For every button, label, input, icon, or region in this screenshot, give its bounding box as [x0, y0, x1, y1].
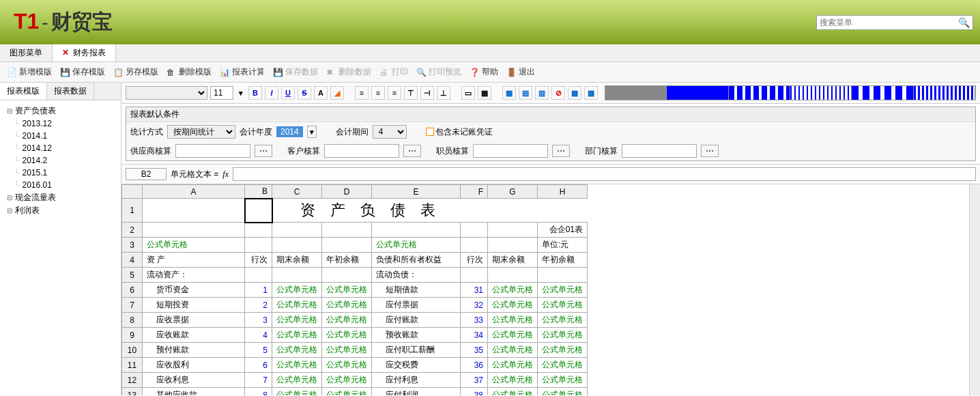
tree-node[interactable]: 利润表 — [4, 204, 117, 217]
conditions-title: 报表默认条件 — [126, 107, 975, 122]
grid1-button[interactable]: ▦ — [502, 86, 516, 100]
grid6-button[interactable]: ▦ — [584, 86, 598, 100]
col-header[interactable]: C — [272, 185, 322, 199]
fill-color-button[interactable]: ◢ — [330, 86, 344, 100]
checkbox-icon — [426, 128, 434, 136]
col-header[interactable]: D — [322, 185, 372, 199]
app-header: T1 - 财贸宝 🔍 — [0, 0, 980, 44]
toolbar-deldata: ✖删除数据 — [326, 66, 371, 78]
italic-button[interactable]: I — [265, 86, 278, 100]
col-header[interactable]: B — [245, 185, 272, 199]
print-icon: 🖨 — [379, 68, 389, 77]
grid2-button[interactable]: ▤ — [519, 86, 532, 100]
exit-icon: 🚪 — [506, 68, 516, 77]
grid5-button[interactable]: ▦ — [568, 86, 581, 100]
tree-child[interactable]: 2014.2 — [4, 154, 117, 167]
underline-button[interactable]: U — [281, 86, 295, 100]
toolbar-print: 🖨打印 — [379, 66, 408, 78]
dept-browse[interactable]: ⋯ — [701, 145, 719, 157]
align-bottom-button[interactable]: ⊥ — [437, 86, 450, 100]
employee-browse[interactable]: ⋯ — [552, 145, 570, 157]
delete-icon: 🗑 — [167, 68, 176, 77]
col-header[interactable]: A — [143, 185, 245, 199]
toolbar-plus[interactable]: 📄新增模版 — [7, 66, 52, 78]
toolbar-calc[interactable]: 📊报表计算 — [220, 66, 265, 78]
supplier-label: 供应商核算 — [130, 145, 171, 157]
fx-icon[interactable]: fx — [222, 169, 229, 180]
sidebar-tab-data[interactable]: 报表数据 — [47, 83, 94, 100]
font-size-spinner[interactable]: ▾ — [236, 86, 246, 100]
toolbar-save[interactable]: 💾保存模版 — [60, 66, 105, 78]
font-size-input[interactable] — [210, 86, 233, 100]
align-middle-button[interactable]: ⊣ — [420, 86, 434, 100]
align-right-button[interactable]: ≡ — [388, 86, 401, 100]
employee-label: 职员核算 — [436, 145, 469, 157]
deldata-icon: ✖ — [326, 68, 336, 77]
year-label: 会计年度 — [240, 126, 272, 138]
tab-financial-report[interactable]: ✕财务报表 — [53, 44, 116, 61]
report-tree: 资产负债表2013.122014.12014.122014.22015.1201… — [0, 100, 121, 221]
tree-child[interactable]: 2013.12 — [4, 117, 117, 130]
align-center-button[interactable]: ≡ — [371, 86, 385, 100]
col-header[interactable]: F — [461, 185, 488, 199]
customer-label: 客户核算 — [287, 145, 320, 157]
font-family-select[interactable] — [126, 86, 207, 100]
tree-child[interactable]: 2016.01 — [4, 179, 117, 191]
close-icon[interactable]: ✕ — [62, 48, 69, 57]
align-top-button[interactable]: ⊤ — [404, 86, 418, 100]
bold-button[interactable]: B — [248, 86, 262, 100]
help-icon: ❓ — [470, 68, 479, 77]
vertical-scrollbar[interactable] — [969, 184, 980, 395]
sidebar-tab-template[interactable]: 报表模版 — [0, 83, 47, 100]
search-box[interactable]: 🔍 — [816, 15, 973, 30]
dept-input[interactable] — [622, 144, 697, 158]
tree-child[interactable]: 2014.12 — [4, 142, 117, 154]
supplier-browse[interactable]: ⋯ — [255, 145, 272, 157]
sidebar-tabs: 报表模版 报表数据 — [0, 83, 121, 100]
search-input[interactable] — [820, 18, 958, 27]
strike-button[interactable]: S — [298, 86, 311, 100]
toolbar-saveas[interactable]: 📋另存模版 — [113, 66, 158, 78]
merge-button[interactable]: ▭ — [461, 86, 475, 100]
cell-reference[interactable]: B2 — [126, 168, 167, 180]
pattern-strip[interactable] — [605, 85, 976, 100]
border-button[interactable]: ▦ — [478, 86, 491, 100]
savedata-icon: 💾 — [273, 68, 283, 77]
formula-bar: B2 单元格文本 = fx — [121, 164, 980, 184]
tree-child[interactable]: 2014.1 — [4, 130, 117, 142]
supplier-input[interactable] — [175, 144, 250, 158]
period-select[interactable]: 4 — [373, 125, 407, 139]
tree-child[interactable]: 2015.1 — [4, 167, 117, 179]
dept-label: 部门核算 — [585, 145, 618, 157]
toolbar-delete[interactable]: 🗑删除模版 — [167, 66, 212, 78]
customer-input[interactable] — [324, 144, 399, 158]
align-left-button[interactable]: ≡ — [355, 86, 369, 100]
tree-node[interactable]: 资产负债表 — [4, 104, 117, 117]
stat-method-label: 统计方式 — [130, 126, 163, 138]
logo-text: 财贸宝 — [51, 8, 113, 36]
sidebar: 报表模版 报表数据 资产负债表2013.122014.12014.122014.… — [0, 83, 121, 395]
tree-node[interactable]: 现金流量表 — [4, 191, 117, 204]
search-icon[interactable]: 🔍 — [958, 17, 970, 28]
grid3-button[interactable]: ▥ — [535, 86, 549, 100]
formula-input[interactable] — [233, 167, 976, 181]
grid4-button[interactable]: ⊘ — [551, 86, 565, 100]
employee-input[interactable] — [473, 144, 548, 158]
toolbar-savedata: 💾保存数据 — [273, 66, 318, 78]
include-unposted-checkbox[interactable]: 包含未记账凭证 — [426, 126, 493, 138]
toolbar: 📄新增模版💾保存模版📋另存模版🗑删除模版📊报表计算💾保存数据✖删除数据🖨打印🔍打… — [0, 62, 980, 83]
stat-method-select[interactable]: 按期间统计 — [167, 125, 235, 139]
col-header[interactable]: G — [488, 185, 538, 199]
col-header[interactable]: H — [538, 185, 588, 199]
col-header[interactable]: E — [372, 185, 461, 199]
toolbar-exit[interactable]: 🚪退出 — [506, 66, 535, 78]
app-logo: T1 - 财贸宝 — [14, 8, 113, 36]
customer-browse[interactable]: ⋯ — [403, 145, 421, 157]
font-color-button[interactable]: A — [314, 86, 328, 100]
toolbar-help[interactable]: ❓帮助 — [470, 66, 498, 78]
spreadsheet-grid[interactable]: ABCDEFGH1资 产 负 债 表2会企01表3公式单元格公式单元格单位:元4… — [121, 184, 980, 395]
year-value[interactable]: 2014 — [276, 126, 303, 137]
row-header[interactable]: 1 — [122, 199, 143, 223]
year-spinner[interactable]: ▾ — [307, 126, 317, 138]
tab-graphic-menu[interactable]: 图形菜单 — [0, 44, 53, 61]
